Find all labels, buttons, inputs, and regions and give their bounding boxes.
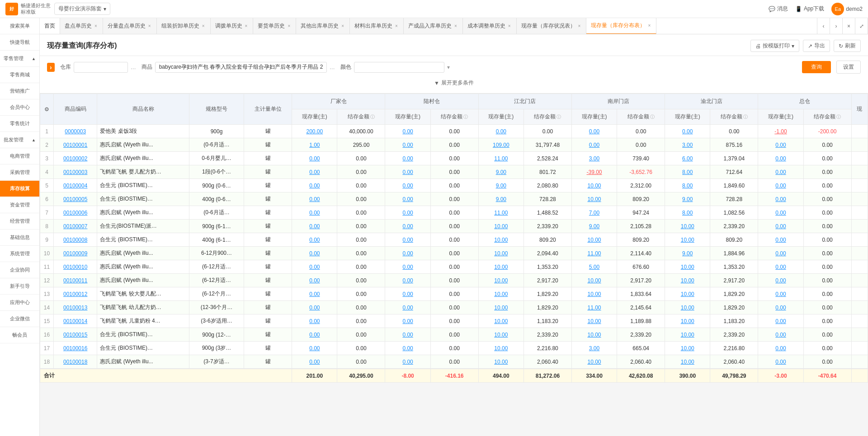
tab-close-btn[interactable]: × bbox=[147, 23, 152, 29]
chevron-down-icon: ▾ bbox=[792, 43, 794, 49]
sidebar-item-member2[interactable]: 畅会员 bbox=[0, 327, 39, 343]
tab-close-btn[interactable]: × bbox=[287, 23, 291, 29]
info-icon[interactable]: ⓘ bbox=[557, 114, 561, 119]
sidebar-item-wechat[interactable]: 企业微信 bbox=[0, 311, 39, 327]
tab-expand-btn[interactable]: ⤢ bbox=[855, 18, 868, 34]
sidebar-item-wholesale[interactable]: 批发管理 ▲ bbox=[0, 132, 39, 148]
sidebar-item-retail-mall[interactable]: 零售商城 bbox=[0, 67, 39, 83]
row-yubei-amt: 1,829.20 bbox=[710, 287, 758, 301]
tab-stock-dist[interactable]: 现存量（库存分布表） × bbox=[586, 18, 656, 34]
export-btn[interactable]: ↗ 导出 bbox=[803, 40, 830, 52]
tab-close-btn[interactable]: × bbox=[577, 23, 582, 29]
tab-assembly[interactable]: 组装折卸单历史 × bbox=[157, 18, 211, 34]
row-unit: 罐 bbox=[244, 192, 292, 206]
refresh-btn[interactable]: ↻ 刷新 bbox=[834, 40, 861, 52]
sidebar-item-finance[interactable]: 资金管理 bbox=[0, 197, 39, 213]
column-group-header-row: ⚙ 商品编码 商品名称 规格型号 主计量单位 厂家仓 陆村仓 江北门店 南岸门店… bbox=[40, 94, 868, 109]
tab-home[interactable]: 首页 bbox=[40, 18, 60, 34]
row-nanan-amt: 2,105.28 bbox=[617, 220, 665, 233]
sidebar-item-guide[interactable]: 新手引导 bbox=[0, 278, 39, 295]
tab-order[interactable]: 要货单历史 × bbox=[253, 18, 296, 34]
table-row: 9 00100008 合生元 (BIOSTIME)… 400g (6-1… 罐 … bbox=[40, 233, 868, 247]
tab-close-btn[interactable]: × bbox=[394, 23, 399, 29]
row-code: 00100018 bbox=[54, 355, 97, 369]
expand-conditions-btn[interactable]: ▼ 展开更多条件 bbox=[430, 77, 477, 89]
col-jiangbei-qty: 现存量(主) bbox=[478, 109, 524, 125]
sidebar-item-basic[interactable]: 基础信息 bbox=[0, 230, 39, 246]
expand-filter-btn[interactable]: › bbox=[47, 63, 55, 72]
sidebar-item-search[interactable]: 搜索英单 bbox=[0, 18, 39, 34]
row-lu-amt: 0.00 bbox=[430, 355, 478, 369]
info-icon[interactable]: ⓘ bbox=[370, 114, 375, 119]
sidebar-item-marketing[interactable]: 营销推广 bbox=[0, 83, 39, 99]
tab-close-btn[interactable]: × bbox=[94, 23, 98, 29]
settings-btn[interactable]: 设置 bbox=[836, 61, 861, 74]
tab-close-all-btn[interactable]: × bbox=[843, 18, 855, 34]
tab-product-inbound[interactable]: 产成品入库单历史 × bbox=[404, 18, 463, 34]
row-last-qty bbox=[851, 301, 868, 314]
sidebar-item-quicknav[interactable]: 快捷导航 bbox=[0, 34, 39, 51]
col-name-header: 商品名称 bbox=[97, 94, 189, 125]
row-nanan-amt: 2,114.40 bbox=[617, 247, 665, 260]
row-name: 合生元 (BIOSTIME)… bbox=[97, 179, 189, 192]
info-icon[interactable]: ⓘ bbox=[743, 114, 748, 119]
tab-next-btn[interactable]: › bbox=[830, 18, 843, 34]
tab-close-btn[interactable]: × bbox=[244, 23, 249, 29]
print-btn[interactable]: 🖨 按模版打印 ▾ bbox=[750, 40, 799, 52]
sidebar-item-inventory[interactable]: 库存核算 bbox=[0, 181, 39, 197]
settings-icon[interactable]: ⚙ bbox=[44, 106, 49, 113]
row-lu-amt: 0.00 bbox=[430, 206, 478, 220]
tab-inventory-check[interactable]: 盘点单历史 × bbox=[60, 18, 103, 34]
row-code: 00100012 bbox=[54, 287, 97, 301]
sidebar-item-appstore[interactable]: 应用中心 bbox=[0, 295, 39, 311]
tab-close-btn[interactable]: × bbox=[201, 23, 206, 29]
sidebar-item-retail-stats[interactable]: 零售统计 bbox=[0, 116, 39, 132]
message-btn[interactable]: 💬 消息 bbox=[769, 5, 788, 13]
color-dropdown-icon[interactable]: ▾ bbox=[447, 64, 450, 70]
sidebar-item-operation[interactable]: 经营管理 bbox=[0, 213, 39, 230]
info-icon[interactable]: ⓘ bbox=[650, 114, 655, 119]
product-input[interactable] bbox=[155, 62, 327, 73]
row-num: 7 bbox=[40, 206, 54, 220]
tab-partial-check[interactable]: 分量盘点单历史 × bbox=[103, 18, 157, 34]
industry-selector[interactable]: 母婴行业演示陈套 ▾ bbox=[54, 3, 110, 15]
info-icon[interactable]: ⓘ bbox=[836, 114, 841, 119]
row-yubei-qty: 8.00 bbox=[665, 206, 710, 220]
row-jiangbei-amt: 2,339.20 bbox=[524, 220, 571, 233]
row-yubei-amt: 0.00 bbox=[710, 125, 758, 138]
row-name: 合生元 (BIOSTIME)… bbox=[97, 233, 189, 247]
row-yubei-qty: 8.00 bbox=[665, 165, 710, 179]
row-total-amt: 0.00 bbox=[803, 328, 851, 342]
query-btn[interactable]: 查询 bbox=[802, 61, 831, 73]
tab-close-btn[interactable]: × bbox=[453, 23, 458, 29]
row-unit: 罐 bbox=[244, 138, 292, 152]
tab-prev-btn[interactable]: ‹ bbox=[817, 18, 830, 34]
logo-area[interactable]: 好 畅捷通好生意 标准版 bbox=[5, 3, 51, 15]
page-actions: 🖨 按模版打印 ▾ ↗ 导出 ↻ 刷新 bbox=[750, 40, 861, 52]
sidebar-item-system[interactable]: 系统管理 bbox=[0, 246, 39, 262]
sidebar-item-member[interactable]: 会员中心 bbox=[0, 99, 39, 116]
sidebar-item-purchase[interactable]: 采购管理 bbox=[0, 164, 39, 181]
tab-close-btn[interactable]: × bbox=[507, 23, 512, 29]
row-lu-qty: 0.00 bbox=[385, 287, 430, 301]
tab-material[interactable]: 材料出库单历史 × bbox=[350, 18, 404, 34]
warehouse-input[interactable] bbox=[74, 62, 128, 73]
warehouse-ellipsis[interactable]: … bbox=[131, 64, 136, 70]
sidebar-item-ecommerce[interactable]: 电商管理 bbox=[0, 148, 39, 164]
tab-close-btn[interactable]: × bbox=[647, 23, 651, 28]
tab-close-btn[interactable]: × bbox=[340, 23, 345, 29]
app-download-btn[interactable]: 📱 App下载 bbox=[795, 5, 824, 13]
color-input[interactable] bbox=[354, 62, 444, 73]
sidebar-item-collab[interactable]: 企业协同 bbox=[0, 262, 39, 278]
row-factory-amt: 0.00 bbox=[337, 342, 385, 355]
product-ellipsis[interactable]: … bbox=[330, 64, 335, 70]
tab-transfer[interactable]: 调拨单历史 × bbox=[211, 18, 254, 34]
tab-stock-status[interactable]: 现存量（库存状况表） × bbox=[517, 18, 587, 34]
col-settings[interactable]: ⚙ bbox=[40, 94, 54, 125]
sidebar-item-retail[interactable]: 零售管理 ▲ bbox=[0, 51, 39, 67]
row-jiangbei-amt: 1,488.52 bbox=[524, 206, 571, 220]
tab-outbound[interactable]: 其他出库单历史 × bbox=[296, 18, 350, 34]
user-avatar[interactable]: Ea demo2 bbox=[831, 3, 863, 15]
tab-cost-adjust[interactable]: 成本调整单历史 × bbox=[463, 18, 517, 34]
info-icon[interactable]: ⓘ bbox=[463, 114, 468, 119]
